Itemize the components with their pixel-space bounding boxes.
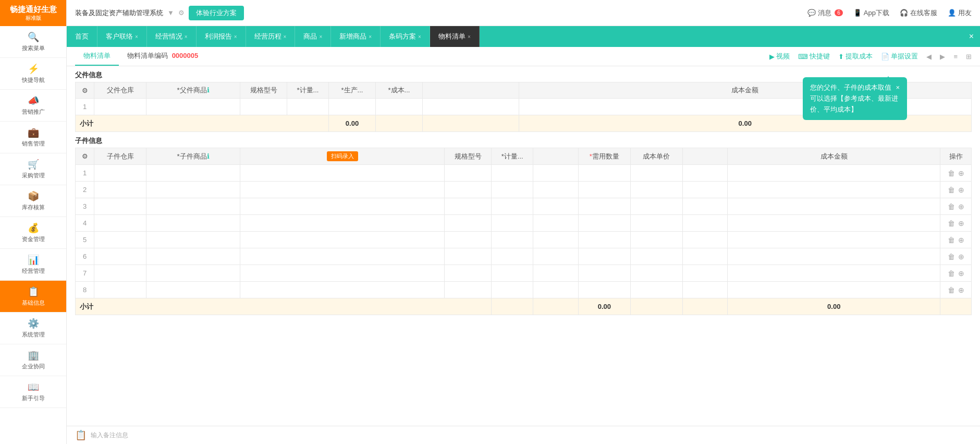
child-cell-product-5[interactable] (146, 232, 240, 248)
child-cell-unitcost-2[interactable] (630, 182, 682, 198)
parent-col-setting[interactable]: ⚙ (76, 82, 94, 99)
child-cell-unitcost-4[interactable] (630, 215, 682, 232)
sub-tab-code[interactable]: 物料清单编码 0000005 (119, 47, 206, 66)
delete-icon-2[interactable]: 🗑 (948, 186, 955, 194)
view-btn[interactable]: ▶ 视频 (769, 52, 790, 61)
tab-new-product[interactable]: 新增商品 × (331, 26, 381, 47)
child-cell-unit-1[interactable] (492, 165, 533, 182)
copy-icon-4[interactable]: ⊕ (958, 219, 964, 227)
app-download-btn[interactable]: 📱 App下载 (853, 8, 889, 18)
tab-home[interactable]: 首页 (67, 26, 97, 47)
copy-icon-1[interactable]: ⊕ (958, 169, 964, 177)
tab-history-close[interactable]: × (284, 34, 287, 40)
copy-icon-2[interactable]: ⊕ (958, 186, 964, 194)
sidebar-item-finance[interactable]: 💰 资金管理 (0, 217, 66, 249)
scan-button[interactable]: 扫码录入 (327, 151, 358, 161)
note-placeholder[interactable]: 输入备注信息 (91, 431, 128, 440)
child-cell-qty-7[interactable] (578, 265, 630, 282)
child-col-setting[interactable]: ⚙ (76, 148, 94, 165)
sidebar-item-search[interactable]: 🔍 搜索菜单 (0, 26, 66, 58)
parent-cell-production-1[interactable] (329, 99, 376, 115)
expand-icon[interactable]: ⊞ (966, 53, 972, 61)
sub-tab-bom[interactable]: 物料清单 (75, 47, 119, 66)
delete-icon-4[interactable]: 🗑 (948, 219, 955, 227)
delete-icon-6[interactable]: 🗑 (948, 253, 955, 261)
child-cell-warehouse-7[interactable] (94, 265, 146, 282)
child-cell-qty-4[interactable] (578, 215, 630, 232)
child-cell-warehouse-3[interactable] (94, 198, 146, 215)
tab-history[interactable]: 经营历程 × (246, 26, 296, 47)
copy-icon-5[interactable]: ⊕ (958, 236, 964, 244)
child-cell-product-7[interactable] (146, 265, 240, 282)
child-cell-warehouse-4[interactable] (94, 215, 146, 232)
child-cell-spec-2[interactable] (445, 182, 492, 198)
tooltip-close-btn[interactable]: × (896, 82, 900, 93)
child-cell-unitcost-7[interactable] (630, 265, 682, 282)
menu-icon[interactable]: ≡ (953, 53, 958, 61)
child-cell-product-2[interactable] (146, 182, 240, 198)
sidebar-item-sales[interactable]: 💼 销售管理 (0, 122, 66, 153)
child-cell-spec-3[interactable] (445, 198, 492, 215)
sidebar-item-inventory[interactable]: 📦 库存核算 (0, 185, 66, 217)
child-cell-spec-8[interactable] (445, 282, 492, 298)
single-settings-btn[interactable]: 📄 单据设置 (881, 52, 918, 61)
delete-icon-3[interactable]: 🗑 (948, 202, 955, 211)
extract-cost-btn[interactable]: ⬆ 提取成本 (838, 52, 873, 61)
child-cell-qty-5[interactable] (578, 232, 630, 248)
tab-bom-close[interactable]: × (468, 34, 471, 40)
tab-barcode[interactable]: 条码方案 × (381, 26, 430, 47)
child-cell-unit-6[interactable] (492, 248, 533, 265)
parent-cell-cost-1[interactable] (376, 99, 423, 115)
trial-button[interactable]: 体验行业方案 (189, 6, 244, 20)
tab-profit-close[interactable]: × (234, 34, 237, 40)
child-cell-warehouse-8[interactable] (94, 282, 146, 298)
tab-operation-close[interactable]: × (185, 34, 188, 40)
child-cell-spec-1[interactable] (445, 165, 492, 182)
online-service-btn[interactable]: 🎧 在线客服 (900, 8, 937, 18)
child-cell-unitcost-5[interactable] (630, 232, 682, 248)
child-cell-unit-2[interactable] (492, 182, 533, 198)
child-cell-unit-7[interactable] (492, 265, 533, 282)
child-cell-qty-6[interactable] (578, 248, 630, 265)
child-cell-unitcost-3[interactable] (630, 198, 682, 215)
delete-icon-7[interactable]: 🗑 (948, 269, 955, 278)
delete-icon-8[interactable]: 🗑 (948, 286, 955, 294)
close-all-tabs[interactable]: × (963, 26, 980, 47)
copy-icon-7[interactable]: ⊕ (958, 269, 964, 278)
child-cell-qty-3[interactable] (578, 198, 630, 215)
user-btn[interactable]: 👤 用友 (948, 8, 972, 18)
copy-icon-3[interactable]: ⊕ (958, 202, 964, 211)
tab-customer-close[interactable]: × (135, 34, 138, 40)
tab-operation[interactable]: 经营情况 × (147, 26, 197, 47)
shortcut-btn[interactable]: ⌨ 快捷键 (798, 52, 830, 61)
child-cell-spec-5[interactable] (445, 232, 492, 248)
sidebar-item-purchase[interactable]: 🛒 采购管理 (0, 153, 66, 185)
tab-barcode-close[interactable]: × (418, 34, 421, 40)
child-cell-spec-7[interactable] (445, 265, 492, 282)
tab-product-close[interactable]: × (319, 34, 322, 40)
sidebar-item-enterprise[interactable]: 🏢 企业协同 (0, 344, 66, 376)
child-cell-qty-8[interactable] (578, 282, 630, 298)
child-cell-unitcost-1[interactable] (630, 165, 682, 182)
parent-cell-spec-1[interactable] (240, 99, 287, 115)
child-cell-product-3[interactable] (146, 198, 240, 215)
parent-cell-warehouse-1[interactable] (94, 99, 146, 115)
child-cell-warehouse-5[interactable] (94, 232, 146, 248)
child-cell-unit-5[interactable] (492, 232, 533, 248)
copy-icon-6[interactable]: ⊕ (958, 253, 964, 261)
tab-customer[interactable]: 客户联络 × (97, 26, 147, 47)
settings-icon[interactable]: ⚙ (178, 9, 185, 17)
parent-cell-product-1[interactable] (146, 99, 240, 115)
tab-product[interactable]: 商品 × (295, 26, 331, 47)
sidebar-item-guide[interactable]: 📖 新手引导 (0, 376, 66, 408)
nav-prev[interactable]: ◀ (926, 53, 932, 61)
sidebar-item-system[interactable]: ⚙️ 系统管理 (0, 313, 66, 344)
child-cell-unitcost-8[interactable] (630, 282, 682, 298)
child-cell-unitcost-6[interactable] (630, 248, 682, 265)
parent-cell-unit-1[interactable] (287, 99, 329, 115)
sidebar-item-quicknav[interactable]: ⚡ 快捷导航 (0, 58, 66, 90)
child-cell-warehouse-1[interactable] (94, 165, 146, 182)
child-cell-product-8[interactable] (146, 282, 240, 298)
child-cell-spec-4[interactable] (445, 215, 492, 232)
nav-next[interactable]: ▶ (940, 53, 945, 61)
